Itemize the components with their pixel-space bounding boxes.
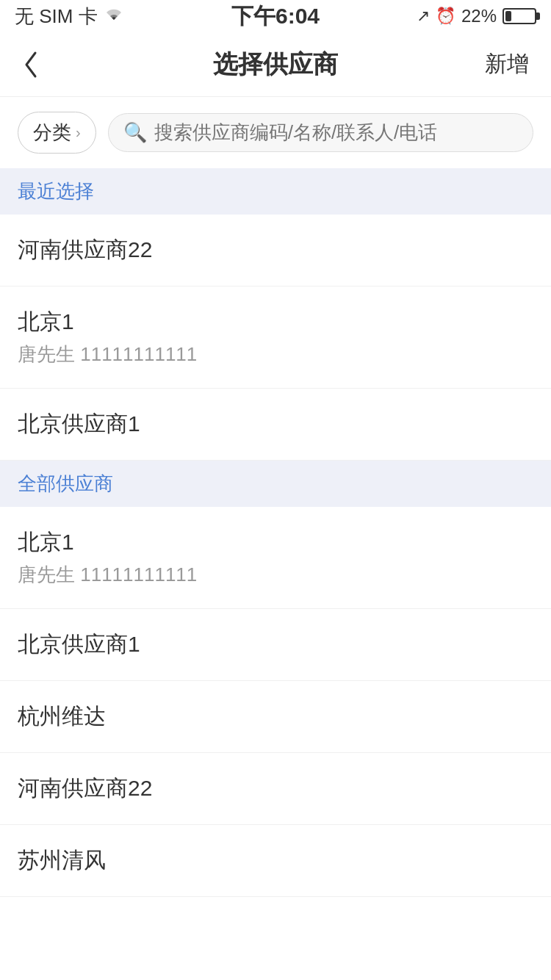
search-input[interactable]: [154, 121, 518, 144]
list-item[interactable]: 北京供应商1: [0, 609, 551, 681]
list-item[interactable]: 北京供应商1: [0, 389, 551, 461]
item-detail: 唐先生 11111111111: [18, 342, 533, 367]
status-time: 下午6:04: [231, 1, 320, 32]
item-name: 北京供应商1: [18, 409, 533, 439]
filter-bar: 分类 › 🔍: [0, 97, 551, 168]
back-button[interactable]: [22, 50, 66, 79]
all-section-label: 全部供应商: [18, 472, 113, 494]
battery-icon: [503, 8, 536, 24]
item-name: 北京1: [18, 527, 533, 558]
list-item[interactable]: 北京1唐先生 11111111111: [0, 287, 551, 389]
list-item[interactable]: 苏州清风: [0, 825, 551, 897]
item-name: 河南供应商22: [18, 774, 533, 804]
battery-percent: 22%: [461, 6, 497, 26]
status-left: 无 SIM 卡: [15, 4, 124, 29]
status-bar: 无 SIM 卡 下午6:04 ↗ ⏰ 22%: [0, 0, 551, 32]
search-icon: 🔍: [123, 121, 147, 144]
recent-section-label: 最近选择: [18, 180, 94, 202]
alarm-icon: ⏰: [436, 7, 455, 26]
all-items-list: 北京1唐先生 11111111111北京供应商1杭州维达河南供应商22苏州清风: [0, 507, 551, 897]
chevron-right-icon: ›: [76, 124, 81, 141]
wifi-icon: [104, 5, 124, 28]
all-section-header: 全部供应商: [0, 461, 551, 507]
item-detail: 唐先生 11111111111: [18, 562, 533, 588]
location-icon: ↗: [417, 7, 430, 26]
item-name: 苏州清风: [18, 846, 533, 876]
item-name: 河南供应商22: [18, 235, 533, 265]
search-box[interactable]: 🔍: [108, 113, 533, 152]
category-label: 分类: [33, 120, 71, 145]
recent-section-header: 最近选择: [0, 168, 551, 215]
status-right: ↗ ⏰ 22%: [417, 6, 536, 26]
item-name: 北京1: [18, 307, 533, 337]
add-button[interactable]: 新增: [485, 49, 529, 79]
carrier-text: 无 SIM 卡: [15, 4, 98, 29]
page-title: 选择供应商: [213, 48, 338, 82]
list-item[interactable]: 北京1唐先生 11111111111: [0, 507, 551, 609]
item-name: 北京供应商1: [18, 630, 533, 660]
category-filter[interactable]: 分类 ›: [18, 112, 96, 154]
list-item[interactable]: 河南供应商22: [0, 753, 551, 825]
item-name: 杭州维达: [18, 702, 533, 732]
list-item[interactable]: 河南供应商22: [0, 215, 551, 287]
recent-items-list: 河南供应商22北京1唐先生 11111111111北京供应商1: [0, 215, 551, 461]
list-item[interactable]: 杭州维达: [0, 681, 551, 753]
nav-bar: 选择供应商 新增: [0, 32, 551, 97]
